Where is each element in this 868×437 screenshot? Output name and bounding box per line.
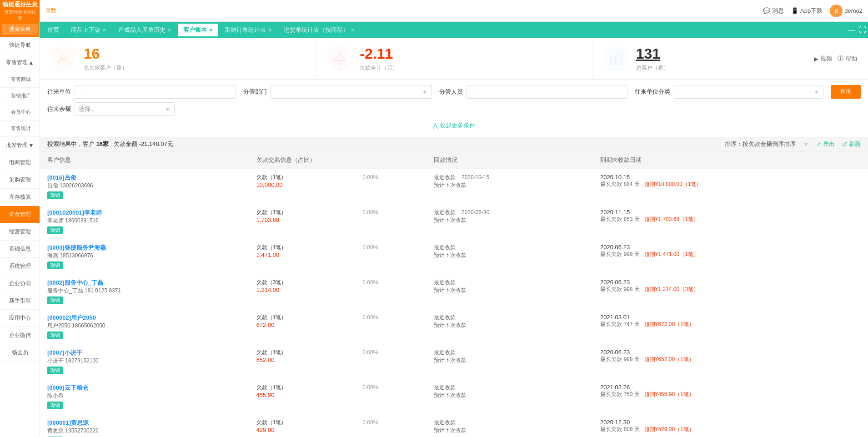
customer-name-link[interactable]: [0003]畅捷服务尹海燕 bbox=[47, 244, 106, 251]
sidebar-item-member[interactable]: 会员中心 bbox=[0, 104, 40, 121]
filter-row-1: 往来单位 ... 分管部门 ▼ 分管人员 ... bbox=[47, 85, 861, 99]
debt-customers-card: 16 总欠款客户（家） bbox=[40, 38, 316, 79]
sidebar-item-finance[interactable]: 资金管理 bbox=[0, 206, 40, 223]
overdue-amount-link[interactable]: 超期¥455.90（1笔） bbox=[644, 391, 694, 397]
export-button[interactable]: ↗ 导出 bbox=[816, 140, 835, 148]
tab-minimize-button[interactable]: — bbox=[848, 26, 855, 34]
from-unit-field: 往来单位 ... bbox=[47, 85, 236, 99]
tab-maximize-button[interactable]: ⛶ bbox=[859, 26, 866, 34]
view-video-button[interactable]: ▶ 视频 bbox=[814, 55, 832, 63]
overdue-amount-link[interactable]: 超期¥1,214.00（3笔） bbox=[644, 286, 699, 292]
overdue-amount-link[interactable]: 超期¥652.00（1笔） bbox=[644, 356, 694, 362]
dept-label: 分管部门 bbox=[243, 88, 267, 96]
tab-product-listing[interactable]: 商品上下架 ✕ bbox=[65, 24, 112, 36]
customer-name-link[interactable]: [000002]用户2050 bbox=[47, 314, 96, 321]
sidebar-item-basic-info[interactable]: 基础信息 bbox=[0, 241, 40, 258]
sidebar-item-app-center[interactable]: 应用中心 bbox=[0, 310, 40, 327]
tab-close-purchase-by-product[interactable]: ✕ bbox=[351, 27, 355, 33]
tab-close-customer-ledger[interactable]: ✕ bbox=[209, 27, 213, 33]
search-menu-button[interactable]: 搜索菜单 bbox=[2, 24, 38, 35]
customer-name-link[interactable]: [000001]黄思源 bbox=[47, 419, 89, 426]
debt-amount-value: 1,214.00 bbox=[256, 286, 348, 293]
cell-percent: 0.00% bbox=[355, 204, 426, 239]
sidebar-item-marketing[interactable]: 营销推广 bbox=[0, 88, 40, 104]
customer-name-link[interactable]: [0001020001]李老师 bbox=[47, 209, 102, 216]
result-bar: 搜索结果中，客户 16家 欠款金额 -21,148.07元 排序：按欠款金额倒序… bbox=[40, 137, 868, 151]
customer-name-link[interactable]: [0006]云下粮仓 bbox=[47, 384, 88, 391]
collapse-button[interactable]: ⋀ 收起更多条件 bbox=[47, 120, 861, 131]
overdue-amount-link[interactable]: 超期¥10,000.00（1笔） bbox=[644, 181, 702, 187]
debt-amount-value: 1,703.68 bbox=[256, 216, 348, 223]
sidebar-item-operations[interactable]: 经营管理 bbox=[0, 223, 40, 241]
sidebar-item-ecommerce[interactable]: 电商管理 bbox=[0, 154, 40, 171]
col-debt-info: 欠款交易信息（占比） bbox=[249, 151, 426, 169]
debt-customers-icon bbox=[51, 46, 76, 71]
svg-point-2 bbox=[338, 62, 341, 65]
sidebar-item-retail-store[interactable]: 零售商城 bbox=[0, 71, 40, 88]
search-button[interactable]: 查询 bbox=[831, 85, 861, 99]
user-menu[interactable]: d demo2 bbox=[830, 5, 863, 17]
cell-percent: 0.00% bbox=[355, 274, 426, 309]
sidebar-item-newbie[interactable]: 新手引导 bbox=[0, 292, 40, 310]
cell-debt-info: 欠款（3笔） 1,214.00 bbox=[249, 274, 356, 309]
tab-home[interactable]: 首页 bbox=[42, 24, 65, 36]
tab-close-inventory-history[interactable]: ✕ bbox=[167, 27, 171, 33]
sidebar-item-system[interactable]: 系统管理 bbox=[0, 258, 40, 275]
avatar: d bbox=[830, 5, 843, 17]
tab-purchase-by-product[interactable]: 进货单统计表（按商品） ✕ bbox=[278, 24, 360, 36]
overdue-amount-link[interactable]: 超期¥1,471.00（1笔） bbox=[644, 251, 699, 257]
message-button[interactable]: 💬 消息 bbox=[763, 7, 784, 15]
customer-phone: 海燕 18513066976 bbox=[47, 252, 242, 260]
person-input[interactable]: ... bbox=[467, 85, 628, 99]
sidebar-item-retail-mgmt[interactable]: 零售管理 ▲ bbox=[0, 54, 40, 71]
app-download-button[interactable]: 📱 App下载 bbox=[791, 7, 823, 15]
customer-phone: 服务中心_丁磊 181 0125 8371 bbox=[47, 287, 242, 295]
tab-purchase-stats[interactable]: 采购订单统计表 ✕ bbox=[219, 24, 277, 36]
customer-name-link[interactable]: [0002]服务中心_丁磊 bbox=[47, 279, 103, 286]
sidebar-item-enterprise[interactable]: 企业协同 bbox=[0, 275, 40, 292]
customer-name-link[interactable]: [0016]吕俊 bbox=[47, 174, 76, 181]
col-due-date: 到期未收款日期 bbox=[593, 151, 868, 169]
cell-due-date: 2021.02.26 最长欠款 750 天 超期¥455.90（1笔） bbox=[593, 379, 868, 414]
table-row: [0003]畅捷服务尹海燕 海燕 18513066976 现销 欠款（1笔） 1… bbox=[40, 239, 868, 274]
sidebar-item-wechat[interactable]: 企业微信 bbox=[0, 327, 40, 344]
dept-select[interactable]: ▼ bbox=[271, 85, 432, 99]
table-header: 客户信息 欠款交易信息（占比） 回款情况 到期未收款日期 bbox=[40, 151, 868, 169]
sidebar-item-inventory[interactable]: 库存核算 bbox=[0, 189, 40, 206]
help-button[interactable]: ⓘ 帮助 bbox=[838, 55, 857, 63]
table-row: [000002]用户2050 用户2050 18665062050 现销 欠款（… bbox=[40, 309, 868, 344]
total-customers-value: 131 bbox=[636, 45, 669, 62]
overdue-amount-link[interactable]: 超期¥429.00（1笔） bbox=[644, 426, 694, 432]
tab-close-purchase-stats[interactable]: ✕ bbox=[268, 27, 272, 33]
tab-inventory-history[interactable]: 产成品入库单历史 ✕ bbox=[113, 24, 177, 36]
home-link[interactable]: 示数 bbox=[45, 7, 56, 15]
sidebar-item-retail-stats[interactable]: 零售统计 bbox=[0, 121, 40, 137]
debt-customers-info: 16 总欠款客户（家） bbox=[84, 45, 127, 72]
cell-due-date: 2021.03.01 最长欠款 747 天 超期¥672.00（1笔） bbox=[593, 309, 868, 344]
overdue-amount-link[interactable]: 超期¥1,703.68（1笔） bbox=[644, 216, 699, 222]
debt-amount-value: 455.90 bbox=[256, 392, 348, 398]
tab-customer-ledger[interactable]: 客户账本 ✕ bbox=[178, 24, 218, 36]
debt-amount-card: -2.11 欠款合计（万） bbox=[316, 38, 592, 79]
sidebar-item-purchase[interactable]: 采购管理 bbox=[0, 171, 40, 189]
from-unit-label: 往来单位 bbox=[47, 88, 71, 96]
tab-close-product-listing[interactable]: ✕ bbox=[102, 27, 106, 33]
refresh-button[interactable]: ↺ 刷新 bbox=[842, 140, 861, 148]
unit-category-label: 往来单位分类 bbox=[635, 88, 670, 96]
cell-customer-info: [0003]畅捷服务尹海燕 海燕 18513066976 现销 bbox=[40, 239, 249, 274]
svg-rect-4 bbox=[617, 54, 622, 64]
from-unit-input[interactable]: ... bbox=[75, 85, 236, 99]
overdue-amount-link[interactable]: 超期¥672.00（1笔） bbox=[644, 321, 694, 327]
cell-repayment: 最近收款 预计下次收款 bbox=[426, 414, 593, 437]
overdue-days: 最长欠款 998 天 超期¥1,471.00（1笔） bbox=[600, 251, 861, 258]
sidebar-item-quick-nav[interactable]: 快捷导航 bbox=[0, 37, 40, 54]
sidebar-item-batch-mgmt[interactable]: 批发管理 ▼ bbox=[0, 137, 40, 154]
customer-name-link[interactable]: [0007]小进干 bbox=[47, 349, 82, 356]
sidebar-item-vip[interactable]: 畅会员 bbox=[0, 344, 40, 362]
topbar-left: 示数 bbox=[45, 7, 56, 15]
remaining-select[interactable]: 选择... ▼ bbox=[75, 102, 175, 116]
cell-due-date: 2020.06.23 最长欠款 998 天 超期¥1,471.00（1笔） bbox=[593, 239, 868, 274]
unit-category-select[interactable]: ▼ bbox=[674, 85, 823, 99]
col-customer-info: 客户信息 bbox=[40, 151, 249, 169]
debt-amount-value: 652.00 bbox=[256, 357, 348, 363]
